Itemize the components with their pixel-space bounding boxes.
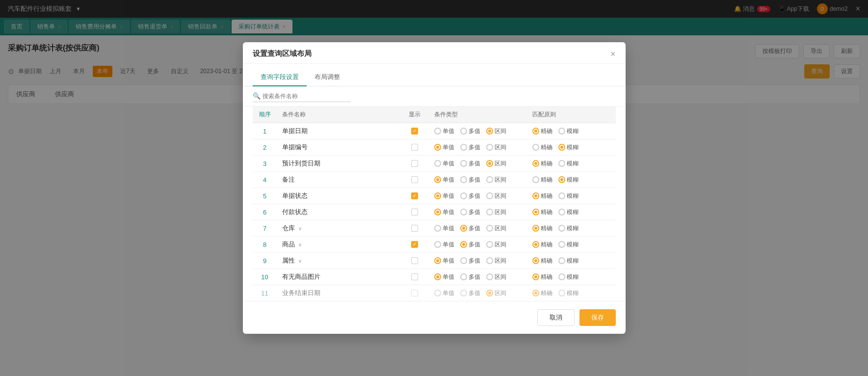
type-radio-item[interactable]: 区间: [486, 208, 506, 216]
type-radio-item[interactable]: 区间: [486, 273, 506, 281]
type-radio-item[interactable]: 单值: [434, 143, 454, 152]
type-radio-item[interactable]: 区间: [486, 176, 506, 184]
display-checkbox[interactable]: [411, 128, 418, 134]
type-radio-item[interactable]: 多值: [460, 273, 480, 281]
type-radio-item[interactable]: 单值: [434, 208, 454, 216]
match-radio-item[interactable]: 模糊: [558, 273, 579, 281]
display-checkbox[interactable]: [411, 225, 418, 232]
type-radio-item[interactable]: 单值: [434, 160, 454, 168]
match-radio-item[interactable]: 模糊: [558, 241, 579, 249]
type-radio-item[interactable]: 多值: [460, 143, 480, 152]
radio-label: 单值: [443, 143, 454, 152]
match-radio-item[interactable]: 精确: [532, 273, 552, 281]
cell-display[interactable]: [400, 220, 429, 237]
match-radio-item[interactable]: 模糊: [558, 224, 579, 233]
type-radio-item[interactable]: 区间: [486, 241, 506, 249]
type-radio-item[interactable]: 单值: [434, 241, 454, 249]
display-checkbox[interactable]: [411, 241, 418, 248]
cell-display[interactable]: [400, 188, 429, 204]
cell-display[interactable]: [400, 204, 429, 220]
cell-display[interactable]: [400, 237, 429, 253]
type-radio-item[interactable]: 区间: [486, 192, 506, 200]
type-radio-item[interactable]: 单值: [434, 176, 454, 184]
match-radio-item[interactable]: 模糊: [558, 143, 579, 152]
cell-display[interactable]: [400, 139, 429, 156]
dialog-close-button[interactable]: ×: [610, 50, 616, 58]
type-radio-item[interactable]: 多值: [460, 208, 480, 216]
save-button[interactable]: 保存: [579, 309, 616, 326]
display-checkbox[interactable]: [411, 144, 418, 151]
type-radio-item[interactable]: 多值: [460, 241, 480, 249]
type-radio-item[interactable]: 单值: [434, 224, 454, 233]
type-radio-item[interactable]: 区间: [486, 127, 506, 135]
cell-display[interactable]: [400, 123, 429, 139]
radio-label: 多值: [469, 273, 480, 281]
radio-circle: [434, 209, 441, 215]
radio-circle: [558, 290, 565, 296]
cell-name: 单据编号: [277, 139, 400, 156]
match-radio-item[interactable]: 精确: [532, 143, 552, 152]
cell-display[interactable]: [400, 172, 429, 188]
cancel-button[interactable]: 取消: [537, 309, 575, 326]
match-radio-item[interactable]: 精确: [532, 176, 552, 184]
radio-circle: [486, 128, 493, 134]
radio-circle: [460, 273, 467, 280]
radio-circle: [460, 257, 467, 264]
display-checkbox[interactable]: [411, 160, 418, 167]
match-radio-item[interactable]: 精确: [532, 241, 552, 249]
tab-query-field-setting[interactable]: 查询字段设置: [253, 69, 307, 86]
type-radio-item[interactable]: 多值: [460, 192, 480, 200]
match-radio-item[interactable]: 模糊: [558, 257, 579, 265]
match-radio-item[interactable]: 模糊: [558, 192, 579, 200]
type-radio-item[interactable]: 多值: [460, 257, 480, 265]
type-radio-item[interactable]: 单值: [434, 257, 454, 265]
cell-display[interactable]: [400, 269, 429, 285]
match-radio-item[interactable]: 精确: [532, 160, 552, 168]
table-row: 7仓库 ∨单值多值区间精确模糊: [253, 220, 616, 237]
cell-match: 精确模糊: [527, 172, 616, 188]
match-radio-item[interactable]: 精确: [532, 289, 552, 297]
search-input[interactable]: [263, 93, 341, 100]
match-radio-group: 精确模糊: [532, 192, 611, 200]
cell-display[interactable]: [400, 253, 429, 269]
display-checkbox[interactable]: [411, 257, 418, 264]
type-radio-item[interactable]: 单值: [434, 289, 454, 297]
display-checkbox[interactable]: [411, 209, 418, 215]
type-radio-item[interactable]: 多值: [460, 176, 480, 184]
display-checkbox[interactable]: [411, 273, 418, 280]
match-radio-item[interactable]: 模糊: [558, 176, 579, 184]
display-checkbox[interactable]: [411, 290, 418, 296]
type-radio-item[interactable]: 单值: [434, 192, 454, 200]
type-radio-item[interactable]: 区间: [486, 289, 506, 297]
match-radio-item[interactable]: 精确: [532, 127, 552, 135]
type-radio-item[interactable]: 区间: [486, 143, 506, 152]
cell-display[interactable]: [400, 156, 429, 172]
match-radio-item[interactable]: 精确: [532, 192, 552, 200]
type-radio-item[interactable]: 区间: [486, 160, 506, 168]
display-checkbox[interactable]: [411, 192, 418, 199]
cell-display[interactable]: [400, 285, 429, 301]
match-radio-item[interactable]: 模糊: [558, 208, 579, 216]
match-radio-item[interactable]: 模糊: [558, 127, 579, 135]
match-radio-item[interactable]: 模糊: [558, 289, 579, 297]
tab-layout-adjust[interactable]: 布局调整: [307, 69, 348, 86]
match-radio-item[interactable]: 精确: [532, 224, 552, 233]
cell-match: 精确模糊: [527, 253, 616, 269]
type-radio-item[interactable]: 多值: [460, 224, 480, 233]
match-radio-item[interactable]: 精确: [532, 257, 552, 265]
type-radio-item[interactable]: 多值: [460, 289, 480, 297]
match-radio-item[interactable]: 精确: [532, 208, 552, 216]
radio-label: 区间: [495, 273, 506, 281]
radio-label: 精确: [541, 241, 552, 249]
cell-match: 精确模糊: [527, 188, 616, 204]
type-radio-item[interactable]: 多值: [460, 127, 480, 135]
display-checkbox[interactable]: [411, 176, 418, 183]
cell-name: 单据状态: [277, 188, 400, 204]
radio-circle: [532, 257, 539, 264]
type-radio-item[interactable]: 区间: [486, 257, 506, 265]
match-radio-item[interactable]: 模糊: [558, 160, 579, 168]
type-radio-item[interactable]: 多值: [460, 160, 480, 168]
type-radio-item[interactable]: 单值: [434, 127, 454, 135]
type-radio-item[interactable]: 单值: [434, 273, 454, 281]
type-radio-item[interactable]: 区间: [486, 224, 506, 233]
